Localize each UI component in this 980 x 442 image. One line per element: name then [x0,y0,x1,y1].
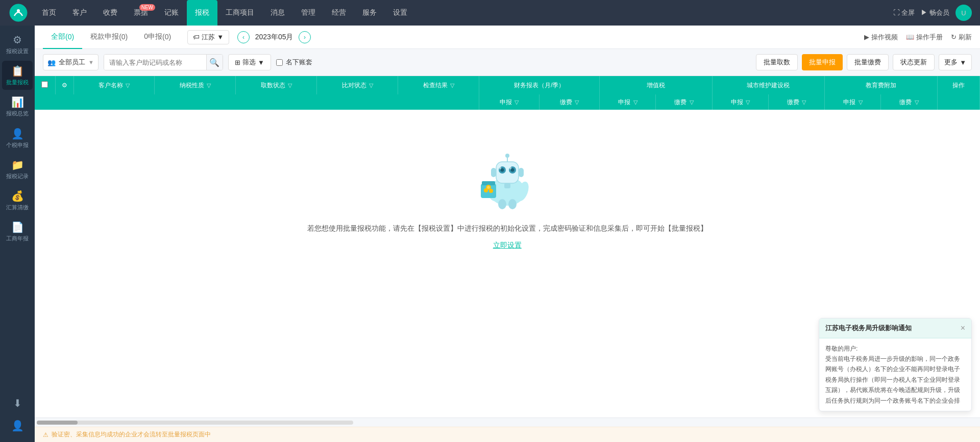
nav-operation[interactable]: 经营 [324,0,354,26]
status-update-button[interactable]: 状态更新 [893,54,935,70]
batch-pay-button[interactable]: 批量缴费 [847,54,889,70]
filter-icon[interactable]: ▽ [288,82,292,88]
filter-icon[interactable]: ▽ [575,99,579,105]
th-education: 教育费附加 [825,76,938,94]
sidebar-item-tax-records[interactable]: 📁 报税记录 [2,155,33,184]
search-button[interactable]: 🔍 [206,54,223,70]
filter-icon[interactable]: ▽ [126,82,130,88]
empty-message: 若您想使用批量报税功能，请先在【报税设置】中进行报税的初始化设置，完成密码验证和… [45,222,970,235]
refresh-btn[interactable]: ↻ 刷新 [951,33,972,42]
nav-message[interactable]: 消息 [262,0,293,26]
account-checkbox[interactable] [276,59,283,66]
filter-icon[interactable]: ▽ [514,99,519,105]
sidebar-item-personal-tax[interactable]: 👤 个税申报 [2,124,33,153]
filter-icon[interactable]: ▽ [802,99,806,105]
top-nav-right: ⛶ 全屏 ▶ 畅会员 U [893,5,972,21]
notification-header: 江苏电子税务局升级影响通知 × [819,318,971,338]
sidebar-item-label: 工商年报 [6,235,29,242]
operation-manual-link[interactable]: 📖 操作手册 [906,33,943,42]
nav-home[interactable]: 首页 [34,0,64,26]
nav-customer[interactable]: 客户 [64,0,95,26]
close-icon[interactable]: × [961,324,965,333]
th-check-result: 检查结果 ▽ [398,76,479,94]
th-checkbox[interactable] [35,76,55,94]
toolbar-right-actions: 批量取数 批量申报 批量缴费 状态更新 更多 ▼ [756,54,972,70]
filter-icon[interactable]: ▽ [450,82,454,88]
tab-tax-declaration[interactable]: 税款申报(0) [82,26,136,49]
region-selector[interactable]: 🏷 江苏 ▼ [187,30,229,44]
th-vat-pay: 缴费 ▽ [656,94,712,110]
member-btn[interactable]: ▶ 畅会员 [921,8,949,17]
tab-zero-declaration[interactable]: 0申报(0) [136,26,179,49]
sub-tabs-actions: ▶ 操作视频 📖 操作手册 ↻ 刷新 [864,33,972,42]
nav-items: 首页 客户 收费 票据 NEW 记账 报税 工商项目 消息 管理 经营 服务 设… [34,0,893,26]
batch-declare-button[interactable]: 批量申报 [802,54,843,70]
nav-accounting[interactable]: 记账 [156,0,187,26]
batch-fetch-button[interactable]: 批量取数 [756,54,798,70]
operation-video-link[interactable]: ▶ 操作视频 [864,33,898,42]
th-operation: 操作 [937,76,979,94]
tax-records-icon: 📁 [11,159,24,171]
nav-charge[interactable]: 收费 [95,0,126,26]
tab-all[interactable]: 全部(0) [43,26,82,49]
filter-icon[interactable]: ▽ [633,99,638,105]
nav-business[interactable]: 工商项目 [217,0,262,26]
nav-service[interactable]: 服务 [354,0,385,26]
svg-rect-12 [519,168,524,177]
next-month-btn[interactable]: › [299,31,311,43]
fullscreen-btn[interactable]: ⛶ 全屏 [893,8,915,17]
logo[interactable] [8,3,29,23]
filter-icon[interactable]: ▽ [369,82,373,88]
select-all-checkbox[interactable] [41,81,48,88]
sidebar-item-user[interactable]: 👤 [2,415,33,436]
filter-button[interactable]: ⊞ 筛选 ▼ [228,54,271,70]
horizontal-scrollbar[interactable] [35,418,980,427]
th-compare-status: 比对状态 ▽ [317,76,398,94]
more-button[interactable]: 更多 ▼ [939,54,972,70]
sidebar-item-label: 汇算清缴 [6,204,29,211]
sub-tabs: 全部(0) 税款申报(0) 0申报(0) 🏷 江苏 ▼ ‹ 2023年05月 ›… [35,26,980,49]
th-city-construction: 城市维护建设税 [712,76,825,94]
scroll-track[interactable] [37,421,353,425]
th-city-declare: 申报 ▽ [712,94,768,110]
notification-panel: 江苏电子税务局升级影响通知 × 尊敬的用户: 受当前电子税务局进一步升级的影响，… [819,318,972,411]
nav-settings[interactable]: 设置 [385,0,415,26]
filter-icon[interactable]: ▽ [859,99,863,105]
th-city-pay: 缴费 ▽ [768,94,824,110]
filter-icon[interactable]: ▽ [915,99,919,105]
search-input[interactable] [104,55,206,70]
setup-link[interactable]: 立即设置 [45,241,970,250]
filter-icon[interactable]: ▽ [690,99,694,105]
svg-rect-10 [504,183,510,188]
account-checkbox-label[interactable]: 名下账套 [276,58,312,67]
scroll-thumb[interactable] [37,421,78,425]
nav-management[interactable]: 管理 [293,0,324,26]
tax-summary-icon: 📊 [11,96,24,108]
employee-select[interactable]: 👥 全部员工 ▼ [43,54,99,70]
sidebar-item-tax-settings[interactable]: ⚙ 报税设置 [2,30,33,59]
th-customer-name: 客户名称 ▽ [74,76,155,94]
sidebar-item-tax-summary[interactable]: 📊 报税总览 [2,92,33,121]
gear-icon: ⚙ [62,82,67,89]
filter-icon[interactable]: ▽ [746,99,750,105]
batch-tax-icon: 📋 [11,65,24,77]
prev-month-btn[interactable]: ‹ [237,31,250,43]
svg-rect-11 [491,168,496,177]
nav-invoice[interactable]: 票据 NEW [126,0,156,26]
notification-title: 江苏电子税务局升级影响通知 [825,324,912,333]
sidebar-item-download[interactable]: ⬇ [2,393,33,413]
svg-point-18 [487,186,490,189]
th-tax-type: 纳税性质 ▽ [155,76,236,94]
th-fetch-status: 取数状态 ▽ [236,76,317,94]
sidebar-item-annual-report[interactable]: 📄 工商年报 [2,217,33,246]
svg-point-22 [508,199,517,209]
filter-icon[interactable]: ▽ [207,82,211,88]
toolbar: 👥 全部员工 ▼ 🔍 ⊞ 筛选 ▼ 名下账套 批量取数 批量申报 [35,49,980,76]
sidebar-item-settlement[interactable]: 💰 汇算清缴 [2,186,33,215]
user-avatar[interactable]: U [955,5,972,21]
chevron-down-icon: ▼ [217,33,224,41]
th-gear[interactable]: ⚙ [55,76,74,94]
notification-content: 受当前电子税务局进一步升级的影响，同一个政务网账号（办税人）名下的企业不能再同时… [825,354,965,406]
nav-tax[interactable]: 报税 [187,0,217,26]
sidebar-item-batch-tax[interactable]: 📋 批量报税 [2,61,33,90]
